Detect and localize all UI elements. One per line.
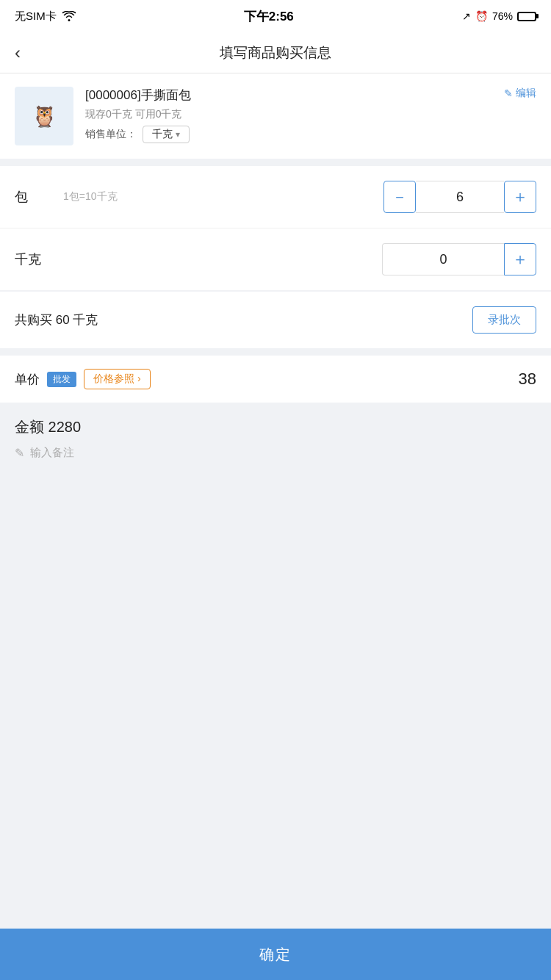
bag-minus-button[interactable]: －: [383, 181, 416, 213]
status-left: 无SIM卡: [15, 10, 76, 24]
amount-value: 2280: [48, 419, 82, 435]
status-bar: 无SIM卡 下午2:56 ↗ ⏰ 76%: [0, 0, 551, 32]
bag-qty-controls: － ＋: [383, 181, 536, 213]
confirm-button[interactable]: 确定: [0, 929, 551, 980]
bag-quantity-input[interactable]: [416, 181, 504, 213]
wifi-icon: [62, 11, 76, 21]
bag-plus-button[interactable]: ＋: [504, 181, 536, 213]
edit-icon: ✎: [504, 87, 513, 99]
back-button[interactable]: ‹: [15, 43, 44, 63]
kg-quantity-row: 千克 ＋: [0, 228, 551, 290]
page-title: 填写商品购买信息: [220, 43, 331, 62]
summary-text: 共购买 60 千克: [15, 311, 98, 328]
product-logo-icon: 🦉: [32, 104, 57, 129]
kg-qty-controls: ＋: [382, 243, 536, 275]
bag-label: 包: [15, 188, 59, 206]
price-value: 38: [519, 370, 536, 389]
chevron-down-icon: ▾: [176, 129, 180, 140]
amount-row: 金额 2280: [15, 417, 536, 437]
bag-sublabel: 1包=10千克: [63, 190, 118, 203]
amount-section: 金额 2280 ✎ 输入备注: [0, 404, 551, 467]
product-stock: 现存0千克 可用0千克: [85, 108, 492, 121]
edit-button[interactable]: ✎ 编辑: [504, 87, 536, 100]
unit-selector[interactable]: 千克 ▾: [143, 126, 190, 143]
nav-bar: ‹ 填写商品购买信息: [0, 32, 551, 73]
note-placeholder: 输入备注: [30, 446, 74, 460]
pencil-icon: ✎: [15, 446, 24, 460]
kg-plus-button[interactable]: ＋: [504, 243, 536, 275]
alarm-icon: ⏰: [475, 10, 488, 22]
empty-area: [0, 467, 551, 673]
battery-percent: 76%: [492, 10, 513, 22]
unit-value: 千克: [152, 128, 173, 141]
note-row[interactable]: ✎ 输入备注: [15, 446, 536, 460]
summary-section: 共购买 60 千克 录批次: [0, 292, 551, 348]
status-right: ↗ ⏰ 76%: [462, 10, 536, 22]
product-info-section: 🦉 [0000006]手撕面包 现存0千克 可用0千克 销售单位： 千克 ▾ ✎…: [0, 73, 551, 159]
kg-label: 千克: [15, 251, 59, 268]
status-time: 下午2:56: [244, 8, 294, 25]
product-details: [0000006]手撕面包 现存0千克 可用0千克 销售单位： 千克 ▾: [85, 87, 492, 143]
kg-quantity-input[interactable]: [382, 243, 504, 275]
price-ref-button[interactable]: 价格参照 ›: [84, 369, 151, 389]
product-name: [0000006]手撕面包: [85, 87, 492, 104]
carrier-label: 无SIM卡: [15, 10, 57, 24]
price-label: 单价: [15, 371, 40, 388]
bag-quantity-section: 包 1包=10千克 － ＋ 千克 ＋: [0, 166, 551, 290]
price-tag: 批发: [47, 372, 76, 387]
amount-label: 金额: [15, 419, 44, 435]
product-thumbnail: 🦉: [15, 87, 73, 145]
location-icon: ↗: [462, 10, 471, 22]
batch-button[interactable]: 录批次: [472, 306, 536, 334]
bag-quantity-row: 包 1包=10千克 － ＋: [0, 166, 551, 228]
price-section: 单价 批发 价格参照 › 38: [0, 356, 551, 403]
unit-label: 销售单位：: [85, 128, 137, 141]
battery-icon: [517, 12, 536, 21]
product-unit-row: 销售单位： 千克 ▾: [85, 126, 492, 143]
